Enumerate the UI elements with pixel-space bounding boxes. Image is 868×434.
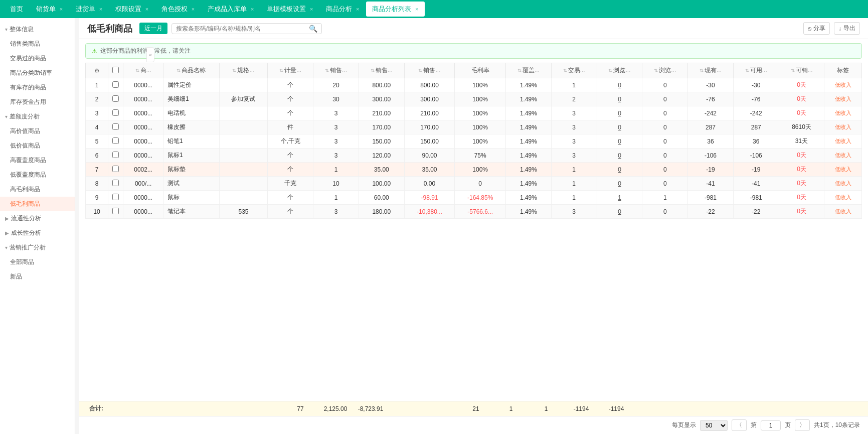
- search-icon[interactable]: 🔍: [309, 25, 317, 33]
- col-gross-margin[interactable]: 毛利率: [455, 63, 506, 78]
- sidebar-item-high-margin[interactable]: 高毛利商品: [0, 182, 75, 197]
- arrow-right-icon-2: ▶: [5, 230, 9, 236]
- cell-current-stock: 36: [688, 134, 734, 149]
- col-browse1[interactable]: ⇅浏览...: [597, 63, 642, 78]
- sidebar-item-low-value[interactable]: 低价值商品: [0, 138, 75, 153]
- export-button[interactable]: ↓ 导出: [834, 22, 860, 35]
- cell-checkbox[interactable]: [108, 120, 123, 134]
- col-settings[interactable]: ⚙: [86, 63, 108, 78]
- nav-template[interactable]: 单据模板设置 ×: [261, 2, 319, 17]
- cell-checkbox[interactable]: [108, 92, 123, 106]
- sidebar-item-new-goods[interactable]: 新品: [0, 269, 75, 284]
- sidebar-item-capital[interactable]: 库存资金占用: [0, 95, 75, 109]
- cell-checkbox[interactable]: [108, 177, 123, 191]
- cell-browse1: 0: [597, 177, 642, 191]
- col-sales-amount[interactable]: ⇅销售...: [404, 63, 455, 78]
- cell-tag: 低收入: [824, 177, 862, 191]
- table-row: 10 0000... 笔记本 535 个 3 180.00 -10,380...…: [86, 205, 862, 219]
- cell-no: 1: [86, 78, 108, 92]
- search-input[interactable]: [176, 25, 309, 32]
- sidebar-item-low-coverage[interactable]: 低覆盖度商品: [0, 168, 75, 182]
- sidebar-item-all-goods[interactable]: 全部商品: [0, 255, 75, 269]
- col-checkbox[interactable]: [108, 63, 123, 78]
- cell-spec: 535: [219, 205, 268, 219]
- sidebar-collapse-button[interactable]: «: [146, 47, 154, 62]
- nav-goods-analysis-list-close[interactable]: ×: [415, 6, 418, 12]
- cell-checkbox[interactable]: [108, 149, 123, 163]
- nav-goods-analysis[interactable]: 商品分析 ×: [320, 2, 365, 17]
- sidebar-section-overall[interactable]: ▾ 整体信息: [0, 22, 75, 37]
- nav-permissions[interactable]: 权限设置 ×: [109, 2, 154, 17]
- col-trade[interactable]: ⇅交易...: [551, 63, 597, 78]
- nav-purchase-close[interactable]: ×: [99, 6, 102, 12]
- col-code[interactable]: ⇅商...: [123, 63, 163, 78]
- nav-product-warehouse-close[interactable]: ×: [251, 6, 254, 12]
- col-saleable[interactable]: ⇅可销...: [779, 63, 824, 78]
- sidebar-item-high-value[interactable]: 高价值商品: [0, 124, 75, 138]
- cell-checkbox[interactable]: [108, 191, 123, 205]
- select-all-checkbox[interactable]: [112, 67, 119, 73]
- nav-purchase[interactable]: 进货单 ×: [70, 2, 108, 17]
- nav-sales-close[interactable]: ×: [60, 6, 63, 12]
- col-tag[interactable]: 标签: [824, 63, 862, 78]
- cell-checkbox[interactable]: [108, 106, 123, 120]
- cell-checkbox[interactable]: [108, 78, 123, 92]
- nav-template-close[interactable]: ×: [310, 6, 313, 12]
- page-next-button[interactable]: 〉: [795, 419, 810, 431]
- sidebar-section-growth[interactable]: ▶ 成长性分析: [0, 226, 75, 240]
- col-spec[interactable]: ⇅规格...: [219, 63, 268, 78]
- cell-checkbox[interactable]: [108, 163, 123, 177]
- col-name[interactable]: ⇅商品名称: [163, 63, 220, 78]
- cell-browse1: 0: [597, 134, 642, 149]
- col-coverage[interactable]: ⇅覆盖...: [506, 63, 552, 78]
- page-prev-button[interactable]: 〈: [732, 419, 747, 431]
- cell-trade: 3: [551, 205, 597, 219]
- nav-sales[interactable]: 销货单 ×: [30, 2, 69, 17]
- cell-browse2: 1: [642, 191, 688, 205]
- cell-browse2: 0: [642, 120, 688, 134]
- cell-no: 7: [86, 163, 108, 177]
- sidebar-section-marketing[interactable]: ▾ 营销推广分析: [0, 240, 75, 255]
- share-button[interactable]: ⎋ 分享: [803, 22, 830, 35]
- cell-name: 笔记本: [163, 205, 220, 219]
- col-current-stock[interactable]: ⇅现有...: [688, 63, 734, 78]
- col-available[interactable]: ⇅可用...: [733, 63, 779, 78]
- cell-available: -19: [733, 163, 779, 177]
- cell-saleable: 0天: [779, 177, 824, 191]
- col-sales-price[interactable]: ⇅销售...: [359, 63, 404, 78]
- sidebar-section-difference[interactable]: ▾ 差额度分析: [0, 109, 75, 124]
- nav-goods-analysis-list[interactable]: 商品分析列表 ×: [366, 2, 424, 17]
- col-unit[interactable]: ⇅计量...: [268, 63, 313, 78]
- page-number-input[interactable]: [761, 420, 781, 430]
- col-sales-qty[interactable]: ⇅销售...: [313, 63, 359, 78]
- nav-role-auth[interactable]: 角色授权 ×: [155, 2, 201, 17]
- cell-checkbox[interactable]: [108, 134, 123, 149]
- sidebar-item-traded-goods[interactable]: 交易过的商品: [0, 51, 75, 66]
- export-icon: ↓: [838, 25, 841, 32]
- nav-home[interactable]: 首页: [4, 2, 29, 17]
- table-row: 5 0000... 铅笔1 个,千克 3 150.00 150.00 100% …: [86, 134, 862, 149]
- nav-product-warehouse[interactable]: 产成品入库单 ×: [202, 2, 260, 17]
- nav-permissions-close[interactable]: ×: [145, 6, 148, 12]
- cell-sales-price: 210.00: [359, 106, 404, 120]
- cell-unit: 件: [268, 120, 313, 134]
- arrow-down-icon-3: ▾: [5, 245, 8, 250]
- sidebar-item-in-stock[interactable]: 有库存的商品: [0, 80, 75, 95]
- sidebar-item-category-rate[interactable]: 商品分类助销率: [0, 66, 75, 80]
- sidebar-section-liquidity[interactable]: ▶ 流通性分析: [0, 211, 75, 226]
- sidebar-item-low-margin[interactable]: 低毛利商品: [0, 197, 75, 211]
- content-area: 低毛利商品 近一月 🔍 ⎋ 分享 ↓ 导出 ⚠ 这部分商品的利润非常低，请关注: [79, 18, 868, 434]
- sidebar-item-high-coverage[interactable]: 高覆盖度商品: [0, 153, 75, 168]
- footer-empty-5: [248, 405, 283, 412]
- page-size-select[interactable]: 50 100 200: [700, 420, 728, 431]
- cell-no: 6: [86, 149, 108, 163]
- cell-browse1: 0: [597, 149, 642, 163]
- col-browse2[interactable]: ⇅浏览...: [642, 63, 688, 78]
- cell-checkbox[interactable]: [108, 205, 123, 219]
- nav-goods-analysis-close[interactable]: ×: [356, 6, 359, 12]
- filter-button[interactable]: 近一月: [139, 23, 167, 34]
- cell-trade: 3: [551, 106, 597, 120]
- nav-role-auth-close[interactable]: ×: [192, 6, 195, 12]
- sidebar-item-sales-goods[interactable]: 销售类商品: [0, 37, 75, 51]
- cell-browse1: 0: [597, 163, 642, 177]
